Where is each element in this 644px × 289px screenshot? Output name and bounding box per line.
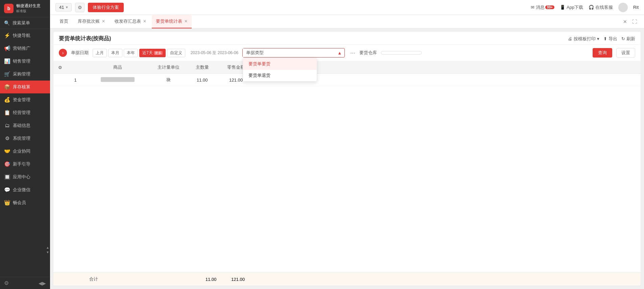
print-template-button[interactable]: 🖨 按模板打印 ▾ [568, 36, 599, 42]
custom-date-btn[interactable]: 自定义 [167, 49, 185, 57]
basic-icon: 🗂 [4, 123, 10, 128]
col-quantity-header: 主数量 [185, 61, 219, 74]
sidebar-item-wechat[interactable]: 💬 企业微信 [0, 183, 50, 196]
date-filter-label: 单据日期 [71, 50, 89, 56]
date-btn-group: 上月 本月 本年 近7天更多 自定义 [93, 49, 185, 57]
tabbar: 首页 库存批次账 ✕ 收发存汇总表 ✕ 要货单统计表 ✕ ✕ ⛶ [50, 15, 644, 28]
app-download-button[interactable]: 📱 App下载 [560, 4, 583, 10]
message-label: 消息 [536, 4, 545, 10]
tab-home[interactable]: 首页 [55, 15, 72, 28]
sidebar-item-operations[interactable]: 📋 经营管理 [0, 106, 50, 119]
sidebar-item-finance[interactable]: 💰 资金管理 [0, 93, 50, 106]
sidebar-item-label: 快捷导航 [13, 32, 30, 39]
tabbar-actions: ✕ ⛶ [621, 18, 639, 26]
type-filter-input[interactable] [267, 49, 335, 57]
tab-order-stats-close[interactable]: ✕ [184, 19, 188, 24]
sidebar-item-label: 畅会员 [13, 200, 26, 206]
sidebar-item-label: 基础信息 [13, 123, 30, 129]
row-index-cell: 1 [67, 74, 84, 86]
tab-batch-account-label: 库存批次账 [78, 18, 100, 24]
sidebar-item-marketing[interactable]: 📢 营销推广 [0, 42, 50, 55]
tab-collection-summary-label: 收发存汇总表 [115, 18, 141, 24]
more-period-btn[interactable]: 近7天更多 [139, 49, 166, 57]
footer-label: 合计 [89, 276, 157, 282]
tab-batch-account[interactable]: 库存批次账 ✕ [74, 15, 109, 28]
topbar-right: ✉ 消息 99+ 📱 App下载 🎧 在线客服 Rit [531, 3, 639, 12]
type-filter-dropdown-btn[interactable]: ▲ [335, 49, 344, 57]
guide-icon: 🎯 [4, 161, 10, 167]
type-filter-group: 单据类型 ▲ 要货单要货 要货单退货 [242, 48, 345, 58]
row-gear-cell [53, 74, 67, 86]
tab-batch-account-close[interactable]: ✕ [102, 19, 105, 24]
sidebar-item-label: 销售管理 [13, 58, 30, 64]
sidebar-item-member[interactable]: 👑 畅会员 [0, 196, 50, 209]
app-center-icon: 🔲 [4, 174, 10, 180]
online-service-button[interactable]: 🎧 在线客服 [589, 4, 613, 10]
cur-year-btn[interactable]: 本年 [124, 49, 138, 57]
trial-button[interactable]: 体验行业方案 [88, 3, 124, 12]
username: Rit [633, 5, 639, 10]
company-selector[interactable]: 41 ▾ [55, 3, 72, 12]
sidebar-item-app-center[interactable]: 🔲 应用中心 [0, 171, 50, 183]
sidebar-item-basic[interactable]: 🗂 基础信息 [0, 119, 50, 132]
search-icon: 🔍 [4, 20, 10, 26]
cur-month-btn[interactable]: 本月 [108, 49, 122, 57]
table-row: 1 块 11.00 121.00 [53, 74, 641, 86]
sidebar-item-label: 经营管理 [13, 110, 30, 116]
sidebar-item-enterprise[interactable]: 🤝 企业协同 [0, 145, 50, 158]
topbar-gear-button[interactable]: ⚙ [75, 3, 85, 12]
col-unit-header: 主计量单位 [151, 61, 185, 74]
sidebar-item-guide[interactable]: 🎯 新手引导 [0, 158, 50, 171]
tab-home-label: 首页 [59, 18, 68, 24]
warehouse-filter-label: 要货仓库 [359, 50, 377, 56]
sales-icon: 📊 [4, 58, 10, 64]
page-inner: 要货单统计表(按商品) 🖨 按模板打印 ▾ ⬆ 导出 ↻ 刷新 [53, 32, 641, 286]
sidebar-item-system[interactable]: ⚙ 系统管理 [0, 132, 50, 145]
close-all-tabs-button[interactable]: ✕ [621, 18, 629, 26]
purchase-icon: 🛒 [4, 71, 10, 77]
col-gear-header[interactable]: ⚙ [53, 61, 67, 74]
app-name: 畅捷通好生意 [16, 3, 41, 9]
tab-collection-summary[interactable]: 收发存汇总表 ✕ [111, 15, 150, 28]
dropdown-item-order-request[interactable]: 要货单要货 [243, 58, 317, 70]
quick-nav-icon: ⚡ [4, 32, 10, 39]
sidebar-item-quick-nav[interactable]: ⚡ 快捷导航 [0, 29, 50, 42]
dropdown-item-order-return[interactable]: 要货单退货 [243, 70, 317, 81]
filter-collapse-button[interactable]: › [59, 49, 67, 57]
expand-tabs-button[interactable]: ⛶ [630, 18, 639, 26]
sidebar-item-sales[interactable]: 📊 销售管理 [0, 55, 50, 68]
tab-order-stats[interactable]: 要货单统计表 ✕ [152, 15, 192, 28]
col-product-header: 商品 [84, 61, 151, 74]
sidebar-item-label: 企业微信 [13, 187, 30, 193]
type-filter-label: 单据类型 [243, 48, 267, 57]
collapse-icon[interactable]: ◀▶ [39, 281, 46, 286]
product-name-blurred [101, 77, 135, 82]
operations-icon: 📋 [4, 110, 10, 116]
message-badge: 99+ [545, 5, 554, 9]
warehouse-input[interactable] [381, 51, 422, 54]
more-filters-btn[interactable]: ··· [350, 49, 355, 57]
export-button[interactable]: ⬆ 导出 [603, 36, 617, 42]
footer-quantity: 11.00 [197, 277, 224, 282]
refresh-button[interactable]: ↻ 刷新 [621, 36, 635, 42]
refresh-label: 刷新 [626, 36, 635, 42]
scroll-up-arrow[interactable]: ▲ [45, 246, 50, 250]
prev-month-btn[interactable]: 上月 [93, 49, 107, 57]
settings-icon[interactable]: ⚙ [4, 280, 9, 286]
footer-sales-amount: 121.00 [224, 277, 252, 282]
system-icon: ⚙ [4, 135, 10, 141]
page-title: 要货单统计表(按商品) [59, 35, 111, 42]
message-icon: ✉ [531, 5, 534, 10]
company-name: 41 [59, 5, 64, 10]
tab-collection-summary-close[interactable]: ✕ [143, 19, 146, 24]
sidebar-item-purchase[interactable]: 🛒 采购管理 [0, 68, 50, 81]
column-settings-button[interactable]: 设置 [616, 48, 635, 58]
avatar[interactable] [618, 3, 628, 12]
query-button[interactable]: 查询 [593, 48, 612, 58]
sidebar-item-inventory[interactable]: 📦 库存核算 [0, 81, 50, 93]
scroll-down-arrow[interactable]: ▼ [45, 250, 50, 255]
search-menu-item[interactable]: 🔍 搜索菜单 [0, 17, 50, 29]
message-button[interactable]: ✉ 消息 99+ [531, 4, 554, 10]
logo-icon: b [4, 4, 14, 13]
company-dropdown-arrow: ▾ [66, 5, 68, 9]
